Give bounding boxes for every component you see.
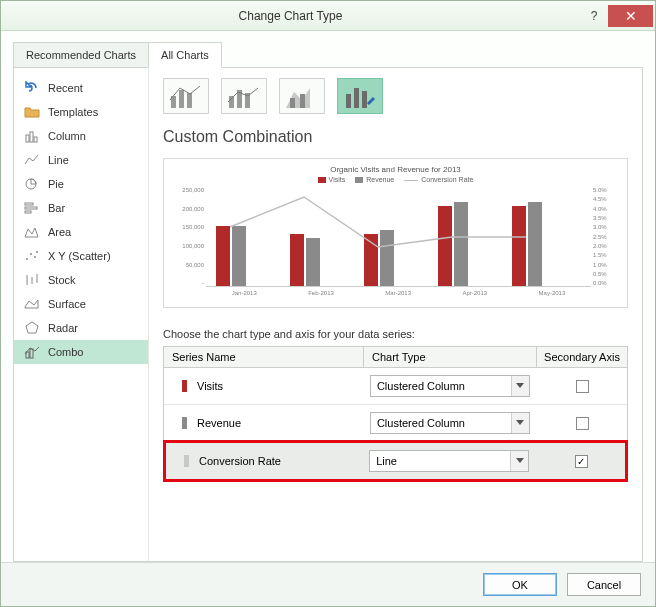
series-name-label: Revenue [197, 417, 241, 429]
ok-button[interactable]: OK [483, 573, 557, 596]
sidebar-item-label: Templates [48, 106, 98, 118]
sidebar-item-line[interactable]: Line [14, 148, 148, 172]
svg-rect-25 [346, 94, 351, 108]
y-axis-right: 5.0%4.5%4.0%3.5%3.0%2.5%2.0%1.5%1.0%0.5%… [593, 187, 619, 286]
dialog-window: Change Chart Type ? ✕ Recommended Charts… [0, 0, 656, 607]
chart-type-select[interactable]: Clustered Column [370, 375, 530, 397]
series-row: RevenueClustered Column [164, 404, 627, 441]
tab-recommended[interactable]: Recommended Charts [13, 42, 149, 68]
grid-header: Series Name Chart Type Secondary Axis [164, 347, 627, 368]
chart-type-value: Clustered Column [371, 417, 511, 429]
dialog-footer: OK Cancel [1, 562, 655, 606]
sidebar-item-combo[interactable]: Combo [14, 340, 148, 364]
svg-rect-5 [25, 207, 37, 209]
y-axis-left: 250,000200,000150,000100,00050,000- [174, 187, 204, 286]
grid-caption: Choose the chart type and axis for your … [163, 328, 628, 340]
svg-rect-23 [290, 98, 295, 108]
close-button[interactable]: ✕ [608, 5, 653, 27]
pie-chart-icon [24, 177, 40, 191]
chart-type-select[interactable]: Clustered Column [370, 412, 530, 434]
sidebar-item-label: Stock [48, 274, 76, 286]
series-name-label: Conversion Rate [199, 455, 281, 467]
column-chart-icon [24, 129, 40, 143]
secondary-axis-checkbox[interactable]: ✓ [575, 455, 588, 468]
sidebar-item-label: Bar [48, 202, 65, 214]
series-color-swatch [182, 380, 187, 392]
svg-rect-6 [25, 211, 31, 213]
help-button[interactable]: ? [580, 5, 608, 27]
sidebar-item-label: Recent [48, 82, 83, 94]
series-row: VisitsClustered Column [164, 368, 627, 404]
section-heading: Custom Combination [163, 128, 628, 146]
legend-item: Visits [318, 176, 346, 183]
svg-rect-16 [30, 349, 33, 358]
sidebar-item-pie[interactable]: Pie [14, 172, 148, 196]
svg-rect-0 [26, 135, 29, 142]
subtype-combo-2[interactable] [221, 78, 267, 114]
bar-chart-icon [24, 201, 40, 215]
chevron-down-icon [511, 376, 529, 396]
svg-rect-1 [30, 132, 33, 142]
sidebar-item-stock[interactable]: Stock [14, 268, 148, 292]
subtype-combo-custom[interactable] [337, 78, 383, 114]
subtype-combo-3[interactable] [279, 78, 325, 114]
series-row: Conversion RateLine✓ [163, 440, 628, 482]
chart-type-select[interactable]: Line [369, 450, 529, 472]
x-axis: Jan-2013Feb-2013Mar-2013Apr-2013May-2013 [206, 290, 591, 296]
header-secondary-axis: Secondary Axis [537, 347, 627, 367]
scatter-chart-icon [24, 249, 40, 263]
subtype-row [163, 78, 628, 114]
line-chart-icon [24, 153, 40, 167]
subtype-combo-1[interactable] [163, 78, 209, 114]
sidebar-item-label: X Y (Scatter) [48, 250, 111, 262]
svg-point-10 [36, 251, 38, 253]
svg-rect-26 [354, 88, 359, 108]
svg-rect-27 [362, 91, 367, 108]
surface-chart-icon [24, 297, 40, 311]
sidebar-item-radar[interactable]: Radar [14, 316, 148, 340]
sidebar-item-bar[interactable]: Bar [14, 196, 148, 220]
chevron-down-icon [511, 413, 529, 433]
series-color-swatch [182, 417, 187, 429]
stock-chart-icon [24, 273, 40, 287]
sidebar-item-templates[interactable]: Templates [14, 100, 148, 124]
main-panel: Custom Combination Organic Visits and Re… [149, 68, 642, 561]
sidebar-item-label: Column [48, 130, 86, 142]
cancel-button[interactable]: Cancel [567, 573, 641, 596]
combo-chart-icon [24, 345, 40, 359]
sidebar-item-label: Line [48, 154, 69, 166]
titlebar: Change Chart Type ? ✕ [1, 1, 655, 31]
sidebar-item-surface[interactable]: Surface [14, 292, 148, 316]
svg-marker-14 [26, 322, 38, 333]
sidebar-item-label: Surface [48, 298, 86, 310]
svg-point-7 [26, 258, 28, 260]
sidebar-item-area[interactable]: Area [14, 220, 148, 244]
sidebar-item-recent[interactable]: Recent [14, 76, 148, 100]
radar-chart-icon [24, 321, 40, 335]
sidebar-item-label: Combo [48, 346, 83, 358]
svg-rect-19 [187, 93, 192, 108]
svg-point-8 [30, 253, 32, 255]
folder-icon [24, 105, 40, 119]
header-series-name: Series Name [164, 347, 364, 367]
content-area: Recent Templates Column Line Pie Bar Are… [13, 68, 643, 562]
svg-rect-2 [34, 137, 37, 142]
sidebar-item-scatter[interactable]: X Y (Scatter) [14, 244, 148, 268]
legend-item: Conversion Rate [404, 176, 473, 183]
sidebar-item-label: Radar [48, 322, 78, 334]
header-chart-type: Chart Type [364, 347, 537, 367]
chart-category-sidebar: Recent Templates Column Line Pie Bar Are… [14, 68, 149, 561]
svg-rect-24 [300, 94, 305, 108]
dialog-title: Change Chart Type [1, 9, 580, 23]
grid-rows: VisitsClustered ColumnRevenueClustered C… [164, 368, 627, 482]
area-chart-icon [24, 225, 40, 239]
sidebar-item-column[interactable]: Column [14, 124, 148, 148]
secondary-axis-checkbox[interactable] [576, 417, 589, 430]
sidebar-item-label: Pie [48, 178, 64, 190]
tab-all-charts[interactable]: All Charts [148, 42, 222, 68]
undo-icon [24, 81, 40, 95]
series-grid: Series Name Chart Type Secondary Axis Vi… [163, 346, 628, 482]
preview-legend: Visits Revenue Conversion Rate [170, 176, 621, 183]
secondary-axis-checkbox[interactable] [576, 380, 589, 393]
chart-area: 250,000200,000150,000100,00050,000- 5.0%… [206, 187, 591, 287]
